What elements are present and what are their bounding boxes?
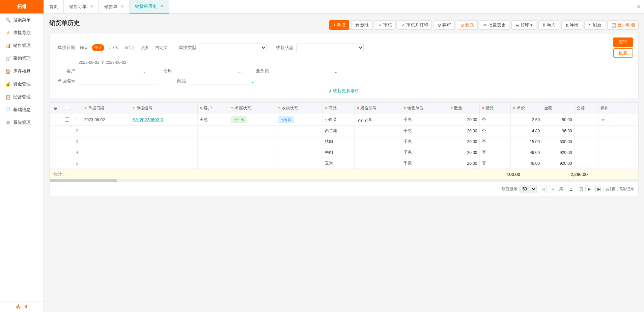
horizontal-scrollbar[interactable] xyxy=(50,179,638,182)
edit-btn[interactable]: ✏ xyxy=(600,118,606,122)
col-no[interactable]: ⇅ 单据编号 xyxy=(130,103,198,114)
col-gift[interactable]: ⇅ 赠品 xyxy=(479,103,511,114)
row-check-2[interactable] xyxy=(62,136,72,147)
col-price[interactable]: ⇅ 单价 xyxy=(511,103,542,114)
filter-customer-dots[interactable]: ... xyxy=(141,69,145,74)
filter-paystatus-select[interactable] xyxy=(296,44,364,52)
sidebar-item-quick-nav[interactable]: ⚡ 快捷导航 xyxy=(0,26,44,39)
collapse-button[interactable]: ∧ 收起更多条件 xyxy=(329,88,359,94)
sidebar-item-ops-mgmt[interactable]: 📋 经营管理 xyxy=(0,90,44,103)
filter-staff-input[interactable] xyxy=(272,68,332,74)
row-check-1[interactable] xyxy=(62,126,72,136)
sidebar-item-base-info[interactable]: 📄 基础信息 xyxy=(0,103,44,116)
sidebar-bottom-btn2[interactable]: ⏸ xyxy=(24,304,28,309)
sidebar-item-purchase-mgmt[interactable]: 🛒 采购管理 xyxy=(0,52,44,65)
row-no-3[interactable] xyxy=(130,147,198,158)
col-paystatus[interactable]: ⇅ 收款状态 xyxy=(276,103,323,114)
row-goods-2: 猪肉 xyxy=(323,136,354,147)
filter-warehouse-input[interactable] xyxy=(175,68,235,74)
row-no-0[interactable]: SA-20230602-0 xyxy=(130,114,198,126)
date-tag-7days[interactable]: 近7天 xyxy=(106,44,121,51)
sidebar-item-inventory[interactable]: 🏠 库存核算 xyxy=(0,65,44,78)
collect-button[interactable]: ⊙ 收款 xyxy=(457,20,478,30)
scroll-track[interactable] xyxy=(50,179,117,182)
date-tag-more[interactable]: 更多 xyxy=(139,44,151,51)
date-tag-1month[interactable]: 近1月 xyxy=(123,44,137,51)
filter-customer-input[interactable] xyxy=(78,68,139,74)
per-page-select[interactable]: 50 20 100 xyxy=(520,185,537,193)
tab-sales-history[interactable]: 销货单历史 ✕ xyxy=(130,0,169,14)
audit-print-button[interactable]: ✓ 审核并打印 xyxy=(398,20,432,30)
show-detail-button[interactable]: 📋 显示明细 xyxy=(607,20,639,30)
sidebar-item-label: 销售管理 xyxy=(13,43,31,49)
row-date-1 xyxy=(82,126,130,136)
batch-change-button[interactable]: ✏ 批量变更 xyxy=(480,20,509,30)
add-button[interactable]: + 新增 xyxy=(329,20,349,30)
delete-icon: 🗑 xyxy=(355,23,359,28)
export-button[interactable]: ⬆ 导出 xyxy=(561,20,582,30)
col-date[interactable]: ⇅ 单据日期 xyxy=(82,103,130,114)
audit-button[interactable]: ✓ 审核 xyxy=(375,20,396,30)
sort-icon-gift: ⇅ xyxy=(482,106,484,110)
filter-row-1: 单据日期 昨天 今天 近7天 近1月 更多 自定义 单据类型 xyxy=(55,37,633,58)
tab-sales-goods-close[interactable]: ✕ xyxy=(121,4,124,9)
row-check-3[interactable] xyxy=(62,147,72,158)
col-qty[interactable]: ⇅ 数量 xyxy=(448,103,479,114)
query-button[interactable]: 查询 xyxy=(613,37,633,47)
import-button[interactable]: ⬇ 导入 xyxy=(538,20,559,30)
filter-doctype-select[interactable] xyxy=(199,44,267,52)
page-number-input[interactable] xyxy=(565,185,577,193)
row-customer-0: 王总 xyxy=(198,114,229,126)
col-spec[interactable]: ⇅ 规格型号 xyxy=(354,103,401,114)
sidebar-item-finance[interactable]: 💰 资金管理 xyxy=(0,78,44,90)
tab-sales-order-close[interactable]: ✕ xyxy=(90,4,93,9)
filter-warehouse-dots[interactable]: ... xyxy=(238,69,242,74)
sidebar-bottom-btn1[interactable]: 🔥 xyxy=(16,304,21,309)
row-no-1[interactable] xyxy=(130,126,198,136)
row-check-0[interactable] xyxy=(62,114,72,126)
sidebar-item-search-menu[interactable]: 🔍 搜索菜单 xyxy=(0,14,44,26)
sidebar-item-sys-mgmt[interactable]: ⚙ 系统管理 xyxy=(0,116,44,129)
row-customer-4 xyxy=(198,158,229,169)
filter-area: 单据日期 昨天 今天 近7天 近1月 更多 自定义 单据类型 xyxy=(49,33,639,98)
refresh-button[interactable]: ↻ 刷新 xyxy=(584,20,605,30)
date-tag-custom[interactable]: 自定义 xyxy=(153,44,169,51)
date-tag-yesterday[interactable]: 昨天 xyxy=(78,44,90,51)
filter-goods-dots[interactable]: ... xyxy=(252,79,256,84)
tab-close-all[interactable]: ✕ xyxy=(637,4,644,9)
filter-goods-input[interactable] xyxy=(189,78,249,84)
filter-docno-input[interactable] xyxy=(78,78,159,84)
col-unit[interactable]: ⇅ 销售单位 xyxy=(401,103,448,114)
col-check[interactable] xyxy=(62,103,72,114)
doc-no-link[interactable]: SA-20230602-0 xyxy=(132,117,163,122)
page-last-btn[interactable]: ▶| xyxy=(595,185,604,193)
col-goods[interactable]: ⇅ 商品 xyxy=(323,103,354,114)
tab-sales-history-close[interactable]: ✕ xyxy=(160,4,163,8)
filter-staff-dots[interactable]: ... xyxy=(335,69,339,74)
abandon-label: 弃审 xyxy=(442,22,451,28)
check-all[interactable] xyxy=(65,106,69,110)
col-docstatus[interactable]: ⇅ 单据状态 xyxy=(229,103,276,114)
date-tag-today[interactable]: 今天 xyxy=(92,44,104,51)
tab-home[interactable]: 首页 xyxy=(44,0,64,14)
abandon-button[interactable]: ⊘ 弃审 xyxy=(434,20,455,30)
filter-paystatus-label: 收款状态 xyxy=(273,45,293,51)
row-check-4[interactable] xyxy=(62,158,72,169)
col-customer[interactable]: ⇅ 客户 xyxy=(198,103,229,114)
page-next-btn[interactable]: ▶ xyxy=(585,185,593,193)
sidebar-item-sales-mgmt[interactable]: 📊 销售管理 xyxy=(0,39,44,52)
page-first-btn[interactable]: |◀ xyxy=(539,185,547,193)
set-button[interactable]: 设置 xyxy=(613,48,633,58)
tab-sales-goods[interactable]: 销货单 ✕ xyxy=(99,0,130,14)
col-settings[interactable]: ⚙ xyxy=(50,103,62,114)
page-prev-btn[interactable]: ◀ xyxy=(549,185,557,193)
row-paystatus-0: 已收款 xyxy=(276,114,323,126)
more-btn[interactable]: ⋮⋮ xyxy=(607,118,617,122)
print-button[interactable]: 🖨 打印 ▾ xyxy=(511,20,536,30)
row-no-2[interactable] xyxy=(130,136,198,147)
row-no-4[interactable] xyxy=(130,158,198,169)
row-unit-3: 千克 xyxy=(401,147,448,158)
sort-icon-goods: ⇅ xyxy=(325,106,328,110)
delete-button[interactable]: 🗑 删除 xyxy=(351,20,373,30)
tab-sales-order[interactable]: 销售订单 ✕ xyxy=(64,0,99,14)
